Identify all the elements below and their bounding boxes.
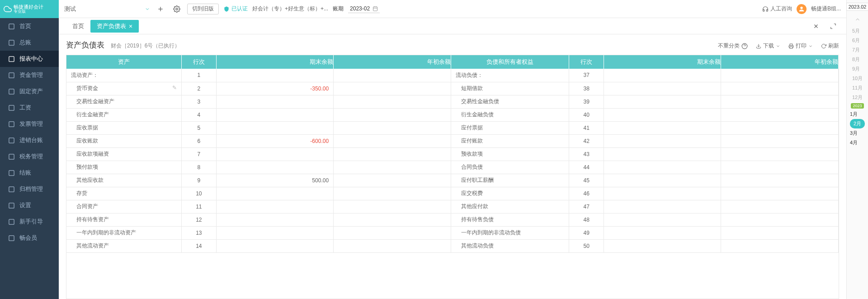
month-item[interactable]: 3月 [850,128,865,138]
refresh-icon [821,43,826,49]
sidebar-item-11[interactable]: 设置 [0,197,59,214]
cloud-icon [4,5,12,13]
company-select[interactable]: 测试 [64,3,150,15]
invoice-icon [8,121,15,128]
reclass-toggle[interactable]: 不重分类 [718,42,748,50]
lock-icon [8,170,15,176]
topbar: 测试 切到旧版 已认证 好会计（专）+好生意（标）+... 账期 2023-02… [59,0,846,18]
table-row[interactable]: 一年内到期的非流动资产13一年内到期的非流动负债49 [66,226,839,239]
print-button[interactable]: 打印 [788,42,813,50]
table-row[interactable]: 预付款项8合同负债44 [66,161,839,174]
svg-rect-17 [373,7,377,11]
edit-icon[interactable]: ✎ [172,85,177,91]
year-badge: 2023 [851,103,863,109]
sidebar-item-13[interactable]: 畅会员 [0,230,59,246]
month-item[interactable]: 11月 [852,83,863,93]
table-row[interactable]: 应收票据5应付票据41 [66,121,839,134]
svg-rect-5 [9,105,14,110]
svg-rect-2 [9,56,14,61]
table-row[interactable]: 应收账款6-600.00应付账款42 [66,134,839,147]
sidebar-item-5[interactable]: 工资 [0,100,59,116]
month-item[interactable]: 9月 [852,64,863,74]
svg-rect-12 [9,219,14,224]
month-item[interactable]: 2月 [850,119,865,128]
tax-icon [8,153,15,160]
sidebar-item-9[interactable]: 结账 [0,165,59,181]
svg-rect-0 [9,24,14,28]
certified-badge: 已认证 [223,5,248,13]
consult-button[interactable]: 人工咨询 [762,5,792,13]
sidebar-item-7[interactable]: 进销台账 [0,132,59,148]
svg-rect-27 [790,47,793,48]
table-row[interactable]: 其他应收款9500.00应付职工薪酬45 [66,174,839,187]
crown-icon [8,235,15,242]
close-icon[interactable]: × [129,23,132,30]
month-item[interactable]: 6月 [852,36,863,45]
calendar-icon [373,6,378,11]
table-row[interactable]: 其他流动资产14其他流动负债50 [66,239,839,252]
sidebar-item-1[interactable]: 总账 [0,34,59,51]
tab-home[interactable]: 首页 [66,20,90,33]
tab-balance-sheet[interactable]: 资产负债表 × [90,20,139,33]
period-head[interactable]: 2023.02 [846,3,868,11]
th-start: 年初余额 [334,55,451,69]
plan-text: 好会计（专）+好生意（标）+... [252,5,328,13]
sidebar-item-0[interactable]: 首页 [0,18,59,34]
logo: 畅捷通好会计 专业版 [0,0,59,18]
table-row[interactable]: 交易性金融资产3交易性金融负债39 [66,95,839,108]
table-row[interactable]: 存货10应交税费46 [66,187,839,200]
svg-point-21 [800,6,802,9]
table-row[interactable]: 应收款项融资7预收款项43 [66,147,839,161]
sidebar-item-6[interactable]: 发票管理 [0,116,59,132]
month-item[interactable]: 12月 [852,93,863,102]
add-button[interactable] [155,3,166,15]
period-select[interactable]: 2023-02 [348,5,380,13]
month-item[interactable]: 8月 [852,55,863,64]
old-version-button[interactable]: 切到旧版 [187,4,219,14]
chevron-down-icon [808,44,813,48]
th-end: 期末余额 [216,55,333,69]
close-all-button[interactable] [810,20,822,32]
month-item[interactable]: 1月 [850,109,865,119]
balance-sheet-table[interactable]: 资产 行次 期末余额 年初余额 负债和所有者权益 行次 期末余额 年初余额 流动… [66,55,839,299]
brand-sub: 专业版 [14,9,43,14]
table-row[interactable]: 合同资产11其他应付款47 [66,200,839,213]
th-asset: 资产 [66,55,182,69]
avatar[interactable] [797,4,807,14]
period-panel: 2023.02 5月6月7月8月9月10月11月12月 2023 1月2月3月4… [846,0,868,299]
download-button[interactable]: 下载 [756,42,780,50]
gear-icon [173,5,180,13]
home-icon [8,23,15,30]
user-name: 畅捷通B组... [811,5,841,13]
card-icon [8,104,15,111]
table-row[interactable]: 货币资金✎2-350.00短期借款38 [66,82,839,95]
month-item[interactable]: 7月 [852,45,863,55]
chevron-up-icon [854,16,861,23]
month-item[interactable]: 4月 [850,138,865,147]
sidebar-item-10[interactable]: 归档管理 [0,181,59,197]
table-row[interactable]: 持有待售资产12持有待售负债48 [66,213,839,226]
headset-icon [762,6,769,12]
svg-rect-9 [9,170,14,175]
month-item[interactable]: 5月 [852,26,863,36]
table-row[interactable]: 流动资产：1流动负债：37 [66,69,839,82]
user-icon [798,5,805,13]
th-row: 行次 [182,55,217,69]
refresh-button[interactable]: 刷新 [821,42,839,50]
settings-button[interactable] [171,3,183,15]
sidebar-item-2[interactable]: 报表中心 [0,51,59,67]
period-prev[interactable] [854,16,861,24]
page-subtitle: 财会［2019］6号（已执行） [111,42,180,50]
sidebar-item-3[interactable]: 资金管理 [0,67,59,83]
sidebar-item-12[interactable]: 新手引导 [0,214,59,230]
play-icon [8,218,15,225]
sidebar-item-8[interactable]: 税务管理 [0,148,59,165]
table-row[interactable]: 衍生金融资产4衍生金融负债40 [66,108,839,121]
sidebar-item-4[interactable]: 固定资产 [0,83,59,100]
fullscreen-button[interactable] [827,20,839,32]
svg-rect-3 [9,72,14,77]
main: 测试 切到旧版 已认证 好会计（专）+好生意（标）+... 账期 2023-02… [59,0,846,299]
expand-icon [830,23,836,29]
shield-icon [223,6,230,12]
month-item[interactable]: 10月 [852,74,863,83]
